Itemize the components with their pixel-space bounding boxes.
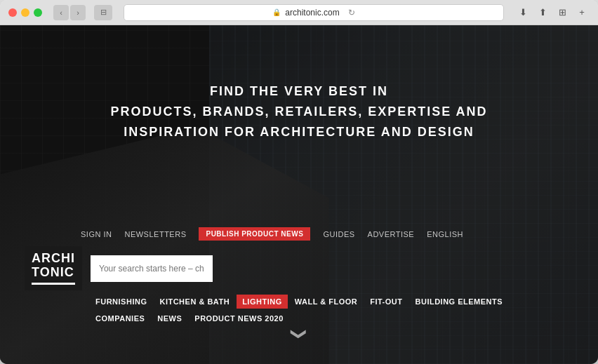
site-logo: ARCHI TONIC xyxy=(25,246,82,290)
hero-headline: FIND THE VERY BEST IN PRODUCTS, BRANDS, … xyxy=(0,81,598,142)
close-button[interactable] xyxy=(8,8,17,17)
download-icon[interactable]: ⬇ xyxy=(515,5,531,20)
cat-lighting[interactable]: LIGHTING xyxy=(237,295,288,309)
cat-furnishing[interactable]: FURNISHING xyxy=(90,295,152,309)
nav-newsletters[interactable]: NEWSLETTERS xyxy=(124,230,186,238)
lock-icon: 🔒 xyxy=(272,8,281,16)
category-nav: FURNISHING KITCHEN & BATH LIGHTING WALL … xyxy=(25,290,508,325)
top-nav: SIGN IN NEWSLETTERS PUBLISH PRODUCT NEWS… xyxy=(25,227,463,241)
nav-advertise[interactable]: ADVERTISE xyxy=(368,230,415,238)
back-button[interactable]: ‹ xyxy=(53,5,69,20)
reload-icon[interactable]: ↻ xyxy=(348,8,355,18)
logo-text: ARCHI TONIC xyxy=(32,252,75,280)
search-bar[interactable] xyxy=(91,255,213,282)
nav-language[interactable]: ENGLISH xyxy=(427,230,463,238)
cat-building-elements[interactable]: BUILDING ELEMENTS xyxy=(410,295,509,309)
browser-nav-buttons: ‹ › xyxy=(53,5,86,20)
logo-search-row: ARCHI TONIC xyxy=(25,246,213,290)
cat-kitchen-bath[interactable]: KITCHEN & BATH xyxy=(154,295,235,309)
reader-view-button[interactable]: ⊟ xyxy=(94,5,112,20)
logo-underline xyxy=(32,283,75,285)
browser-window: ‹ › ⊟ 🔒 architonic.com ↻ ⬇ ⬆ ⊞ + FIND xyxy=(0,0,598,364)
minimize-button[interactable] xyxy=(21,8,29,17)
forward-button[interactable]: › xyxy=(70,5,86,20)
add-tab-icon[interactable]: + xyxy=(574,5,590,20)
nav-sign-in[interactable]: SIGN IN xyxy=(81,230,112,238)
scroll-indicator: ❯ xyxy=(290,328,308,340)
cat-product-news[interactable]: PRODUCT NEWS 2020 xyxy=(189,311,288,325)
nav-publish[interactable]: PUBLISH PRODUCT NEWS xyxy=(199,227,310,241)
toolbar-right: ⬇ ⬆ ⊞ + xyxy=(515,5,590,20)
maximize-button[interactable] xyxy=(34,8,42,17)
cat-companies[interactable]: COMPANIES xyxy=(90,311,150,325)
nav-guides[interactable]: GUIDES xyxy=(323,230,354,238)
traffic-lights xyxy=(8,8,42,17)
new-tab-icon[interactable]: ⊞ xyxy=(554,5,570,20)
category-row-1: FURNISHING KITCHEN & BATH LIGHTING WALL … xyxy=(90,295,508,309)
cat-fit-out[interactable]: FIT-OUT xyxy=(364,295,408,309)
search-input[interactable] xyxy=(99,264,204,274)
hero-text: FIND THE VERY BEST IN PRODUCTS, BRANDS, … xyxy=(14,81,584,142)
title-bar: ‹ › ⊟ 🔒 architonic.com ↻ ⬇ ⬆ ⊞ + xyxy=(0,0,598,25)
url-text: architonic.com xyxy=(285,8,339,18)
address-bar[interactable]: 🔒 architonic.com ↻ xyxy=(124,4,504,21)
browser-content: FIND THE VERY BEST IN PRODUCTS, BRANDS, … xyxy=(0,25,598,364)
share-icon[interactable]: ⬆ xyxy=(535,5,550,20)
cat-wall-floor[interactable]: WALL & FLOOR xyxy=(289,295,364,309)
category-row-2: COMPANIES NEWS PRODUCT NEWS 2020 xyxy=(90,311,508,325)
site-nav: SIGN IN NEWSLETTERS PUBLISH PRODUCT NEWS… xyxy=(0,227,598,325)
cat-news[interactable]: NEWS xyxy=(152,311,187,325)
